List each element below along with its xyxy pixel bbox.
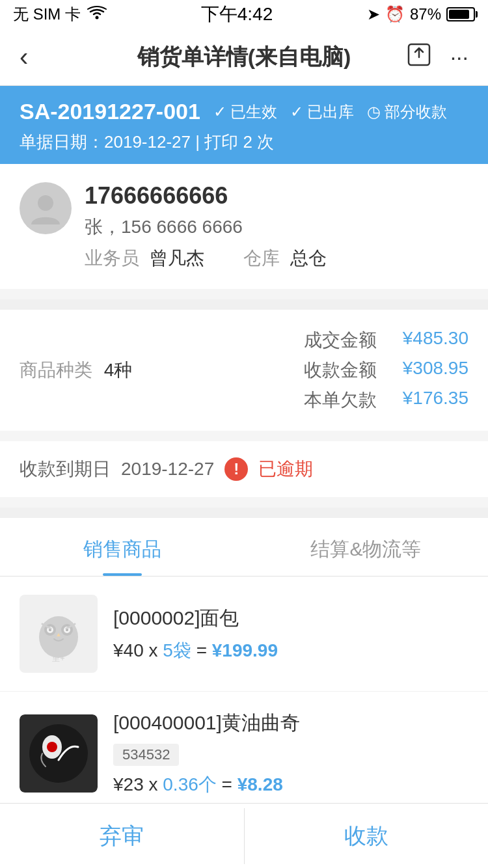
badge-shipped: ✓ 已出库 — [290, 102, 354, 122]
qty-2: 0.36个 — [163, 774, 217, 794]
product-name-2: [000400001]黄油曲奇 — [113, 710, 468, 737]
svg-point-2 — [38, 195, 53, 211]
status-bar: 无 SIM 卡 下午4:42 ➤ ⏰ 87% — [0, 0, 488, 29]
deal-amount-label: 成交金额 — [304, 328, 377, 353]
product-thumbnail-1: 里+ — [20, 595, 98, 673]
customer-meta: 业务员 曾凡杰 仓库 总仓 — [85, 246, 468, 271]
customer-info: 17666666666 张，156 6666 6666 业务员 曾凡杰 仓库 总… — [85, 182, 468, 271]
divider-2 — [0, 508, 488, 518]
amount-row-3: 本单欠款 ¥176.35 — [304, 388, 468, 413]
product-info-1: [0000002]面包 ¥40 x 5袋 = ¥199.99 — [113, 605, 468, 663]
order-id-row: SA-20191227-001 ✓ 已生效 ✓ 已出库 ◷ 部分收款 — [20, 99, 468, 124]
badge-partial: ◷ 部分收款 — [367, 102, 447, 122]
overdue-label: 收款到期日 — [20, 457, 111, 481]
qty-1: 5袋 — [163, 640, 191, 660]
nav-actions: ··· — [407, 43, 468, 72]
warehouse-value: 总仓 — [290, 248, 327, 268]
bottom-bar: 弃审 收款 — [0, 803, 488, 868]
debt-amount-value: ¥176.35 — [403, 388, 468, 413]
category-value: 4种 — [104, 360, 133, 380]
nav-title: 销货单详情(来自电脑) — [137, 42, 351, 72]
tab-settlement-label: 结算&物流等 — [310, 538, 421, 560]
svg-point-3 — [39, 616, 78, 658]
customer-phone-display: 17666666666 — [85, 182, 468, 210]
stats-right: 成交金额 ¥485.30 收款金额 ¥308.95 本单欠款 ¥176.35 — [304, 328, 468, 413]
svg-text:里+: 里+ — [52, 654, 64, 663]
stats-section: 商品种类 4种 成交金额 ¥485.30 收款金额 ¥308.95 本单欠款 ¥… — [0, 310, 488, 431]
overdue-section: 收款到期日 2019-12-27 ! 已逾期 — [0, 441, 488, 497]
total-1: ¥199.99 — [212, 640, 278, 660]
check-icon-1: ✓ — [213, 103, 226, 121]
overdue-date: 2019-12-27 — [121, 459, 214, 480]
more-icon[interactable]: ··· — [450, 44, 468, 70]
header-banner: SA-20191227-001 ✓ 已生效 ✓ 已出库 ◷ 部分收款 单据日期：… — [0, 86, 488, 164]
badge-shipped-text: 已出库 — [307, 102, 354, 122]
salesperson-value: 曾凡杰 — [150, 248, 204, 268]
badge-active: ✓ 已生效 — [213, 102, 277, 122]
collect-amount-label: 收款金额 — [304, 358, 377, 383]
customer-name-phone: 张，156 6666 6666 — [85, 215, 468, 239]
product-sku-badge: 534532 — [113, 744, 179, 766]
stats-left: 商品种类 4种 — [20, 358, 304, 383]
warehouse-info: 仓库 总仓 — [243, 246, 327, 271]
salesperson-info: 业务员 曾凡杰 — [85, 246, 204, 271]
product-price-2: ¥23 x 0.36个 = ¥8.28 — [113, 772, 468, 797]
status-bar-time: 下午4:42 — [201, 2, 273, 27]
share-icon[interactable] — [407, 43, 431, 72]
tab-sales[interactable]: 销售商品 — [0, 518, 244, 576]
product-price-1: ¥40 x 5袋 = ¥199.99 — [113, 638, 468, 663]
carrier-text: 无 SIM 卡 — [13, 4, 81, 25]
total-2: ¥8.28 — [237, 774, 283, 794]
product-info-2: [000400001]黄油曲奇 534532 ¥23 x 0.36个 = ¥8.… — [113, 710, 468, 797]
amount-row-2: 收款金额 ¥308.95 — [304, 358, 468, 383]
product-item-2: [000400001]黄油曲奇 534532 ¥23 x 0.36个 = ¥8.… — [0, 692, 488, 816]
price-1: ¥40 — [113, 640, 144, 660]
warehouse-label: 仓库 — [243, 248, 280, 268]
product-list: 里+ [0000002]面包 ¥40 x 5袋 = ¥199.99 — [0, 576, 488, 816]
debt-amount-label: 本单欠款 — [304, 388, 377, 413]
alarm-icon: ⏰ — [385, 5, 405, 23]
status-bar-right: ➤ ⏰ 87% — [367, 5, 475, 23]
collect-amount-value: ¥308.95 — [403, 358, 468, 383]
abandon-review-button[interactable]: 弃审 — [0, 808, 245, 864]
nav-bar: ‹ 销货单详情(来自电脑) ··· — [0, 29, 488, 86]
wifi-icon — [87, 5, 107, 23]
amount-row-1: 成交金额 ¥485.30 — [304, 328, 468, 353]
product-name-1: [0000002]面包 — [113, 605, 468, 632]
svg-point-14 — [47, 742, 57, 752]
battery-text: 87% — [410, 5, 441, 23]
check-icon-2: ✓ — [290, 103, 303, 121]
tabs: 销售商品 结算&物流等 — [0, 518, 488, 576]
battery-icon — [446, 7, 475, 21]
badge-active-text: 已生效 — [230, 102, 277, 122]
tab-sales-label: 销售商品 — [83, 538, 161, 560]
salesperson-label: 业务员 — [85, 248, 139, 268]
customer-section: 17666666666 张，156 6666 6666 业务员 曾凡杰 仓库 总… — [0, 164, 488, 289]
product-thumbnail-2 — [20, 714, 98, 793]
date-row: 单据日期：2019-12-27 | 打印 2 次 — [20, 131, 468, 154]
category-label: 商品种类 — [20, 360, 92, 380]
svg-point-0 — [96, 16, 99, 20]
clock-icon: ◷ — [367, 103, 381, 121]
overdue-warning-icon: ! — [224, 457, 248, 481]
location-icon: ➤ — [367, 5, 380, 23]
status-bar-left: 无 SIM 卡 — [13, 4, 107, 25]
order-id: SA-20191227-001 — [20, 99, 200, 124]
collect-payment-button[interactable]: 收款 — [245, 808, 489, 864]
back-button[interactable]: ‹ — [20, 42, 28, 72]
tab-settlement[interactable]: 结算&物流等 — [244, 518, 488, 576]
deal-amount-value: ¥485.30 — [403, 328, 468, 353]
stats-category: 商品种类 4种 — [20, 358, 304, 383]
product-item: 里+ [0000002]面包 ¥40 x 5袋 = ¥199.99 — [0, 576, 488, 692]
badge-partial-text: 部分收款 — [385, 102, 447, 122]
overdue-text: 已逾期 — [258, 457, 313, 481]
price-2: ¥23 — [113, 774, 144, 794]
customer-avatar — [20, 182, 72, 234]
divider-1 — [0, 299, 488, 310]
